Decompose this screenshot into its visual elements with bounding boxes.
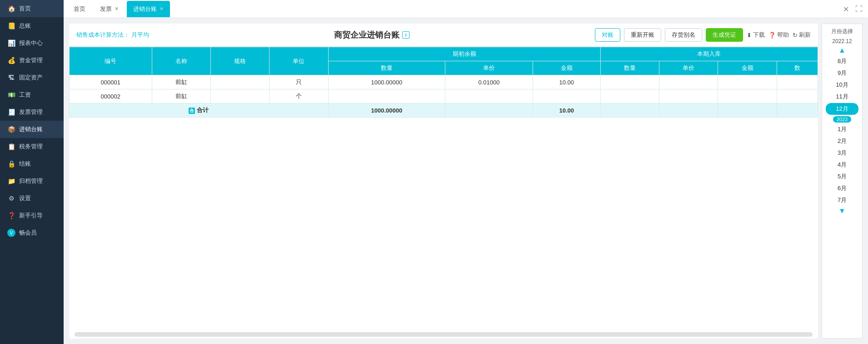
month-scroll-down[interactable]: ▼: [838, 206, 847, 216]
month-8-2022[interactable]: 8月: [822, 55, 862, 67]
month-5-2023[interactable]: 5月: [822, 171, 862, 182]
info-icon[interactable]: i: [402, 31, 409, 39]
tab-invoice[interactable]: 发票 ✕: [94, 1, 125, 17]
month-1-2023[interactable]: 1月: [822, 123, 862, 135]
tab-invoice-label: 发票: [100, 5, 112, 13]
cost-method: 销售成本计算方法： 月平均: [76, 31, 149, 39]
col-id-header: 编号: [70, 47, 152, 75]
sidebar-item-member[interactable]: V 畅会员: [0, 224, 64, 241]
total-opening-amount: 10.00: [533, 103, 600, 118]
page-title: 商贸企业进销台账: [334, 29, 399, 40]
sidebar-item-ledger[interactable]: 📒 总账: [0, 17, 64, 34]
sidebar-item-home[interactable]: 🏠 首页: [0, 0, 64, 17]
month-11-2022[interactable]: 11月: [822, 91, 862, 103]
window-close-button[interactable]: ✕: [841, 4, 851, 14]
month-3-2023[interactable]: 3月: [822, 147, 862, 159]
download-button[interactable]: ⬇ 下载: [747, 31, 765, 39]
sidebar-item-guide[interactable]: ❓ 新手引导: [0, 207, 64, 224]
salary-icon: 💵: [7, 91, 15, 99]
month-panel-title: 月份选择: [831, 27, 853, 36]
tab-stock-close[interactable]: ✕: [160, 6, 164, 12]
sidebar-item-label: 新手引导: [19, 211, 43, 220]
row1-opening-price: 0.01000: [445, 75, 533, 89]
total-inbound-amount: [718, 103, 777, 118]
month-9-2022[interactable]: 9月: [822, 67, 862, 79]
generate-voucher-button[interactable]: 生成凭证: [706, 28, 743, 42]
table-wrap: 编号 名称 规格 单位 期初余额 本期入库 数量 单价 金额 数量: [69, 47, 818, 330]
table-row: 000002 前缸 个: [70, 89, 818, 103]
sidebar-item-label: 结账: [19, 160, 31, 168]
reconcile-button[interactable]: 对账: [595, 28, 620, 42]
month-12-2022[interactable]: 12月: [826, 103, 858, 115]
row2-inbound-qty: [600, 89, 659, 103]
row1-inbound-price: [659, 75, 718, 89]
row2-opening-qty: [328, 89, 445, 103]
month-10-2022[interactable]: 10月: [822, 79, 862, 91]
total-opening-price: [445, 103, 533, 118]
guide-icon: ❓: [7, 211, 15, 220]
help-icon: ❓: [768, 32, 776, 39]
month-2-2023[interactable]: 2月: [822, 135, 862, 147]
total-label: 合合计: [70, 103, 329, 118]
sidebar-item-assets[interactable]: 🏗 固定资产: [0, 69, 64, 86]
group-opening-header: 期初余额: [328, 47, 600, 61]
sidebar-item-invoice[interactable]: 🧾 发票管理: [0, 103, 64, 121]
row1-extra: [777, 75, 818, 89]
sidebar-item-archive[interactable]: 📁 归档管理: [0, 172, 64, 190]
reopen-button[interactable]: 重新开账: [624, 28, 661, 42]
page-title-area: 商贸企业进销台账 i: [334, 29, 409, 40]
close-ledger-icon: 🔒: [7, 160, 15, 168]
row1-spec: [210, 75, 269, 89]
sidebar-item-funds[interactable]: 💰 资金管理: [0, 52, 64, 69]
save-alias-button[interactable]: 存货别名: [665, 28, 702, 42]
inbound-amount-header: 金额: [718, 61, 777, 75]
download-icon: ⬇: [747, 32, 752, 39]
archive-icon: 📁: [7, 177, 15, 185]
sidebar-item-label: 发票管理: [19, 108, 43, 116]
sidebar-item-settings[interactable]: ⚙ 设置: [0, 190, 64, 207]
month-7-2023[interactable]: 7月: [822, 194, 862, 206]
help-button[interactable]: ❓ 帮助: [768, 31, 789, 39]
assets-icon: 🏗: [7, 74, 15, 82]
sidebar-item-stock[interactable]: 📦 进销台账: [0, 121, 64, 138]
home-icon: 🏠: [7, 5, 15, 13]
refresh-button[interactable]: ↻ 刷新: [793, 31, 811, 39]
opening-qty-header: 数量: [328, 61, 445, 75]
row1-inbound-amount: [718, 75, 777, 89]
ledger-icon: 📒: [7, 22, 15, 30]
download-label: 下载: [753, 31, 765, 39]
row2-inbound-price: [659, 89, 718, 103]
row2-id: 000002: [70, 89, 152, 103]
col-spec-header: 规格: [210, 47, 269, 75]
horizontal-scrollbar[interactable]: [75, 332, 813, 337]
month-4-2023[interactable]: 4月: [822, 159, 862, 171]
main-area: 首页 发票 ✕ 进销台账 ✕ ✕ ⛶ 销售成本计算方法： 月平均 商贸企业进: [64, 0, 868, 344]
reports-icon: 📊: [7, 39, 15, 47]
sidebar-item-reports[interactable]: 📊 报表中心: [0, 34, 64, 52]
opening-price-header: 单价: [445, 61, 533, 75]
member-icon: V: [7, 229, 15, 237]
row1-name: 前缸: [152, 75, 210, 89]
tab-corner-buttons: ✕ ⛶: [841, 4, 864, 14]
sidebar-item-label: 固定资产: [19, 74, 43, 82]
window-maximize-button[interactable]: ⛶: [853, 4, 864, 14]
year-2023-badge: 2023: [833, 116, 851, 123]
group-inbound-header: 本期入库: [600, 47, 818, 61]
sidebar-item-close[interactable]: 🔒 结账: [0, 155, 64, 172]
year-2022-label: 2022.12: [832, 38, 852, 44]
col-name-header: 名称: [152, 47, 210, 75]
inbound-extra-header: 数: [777, 61, 818, 75]
sidebar-item-tax[interactable]: 📋 税务管理: [0, 138, 64, 155]
help-label: 帮助: [777, 31, 789, 39]
row2-opening-price: [445, 89, 533, 103]
month-scroll-up[interactable]: ▲: [838, 45, 847, 55]
total-row: 合合计 1000.00000 10.00: [70, 103, 818, 118]
tab-invoice-close[interactable]: ✕: [115, 6, 119, 12]
tab-stock[interactable]: 进销台账 ✕: [127, 1, 170, 17]
sidebar-item-salary[interactable]: 💵 工资: [0, 86, 64, 103]
tab-home[interactable]: 首页: [67, 1, 92, 17]
month-6-2023[interactable]: 6月: [822, 182, 862, 194]
sidebar-item-label: 归档管理: [19, 177, 43, 185]
col-unit-header: 单位: [269, 47, 328, 75]
row2-extra: [777, 89, 818, 103]
